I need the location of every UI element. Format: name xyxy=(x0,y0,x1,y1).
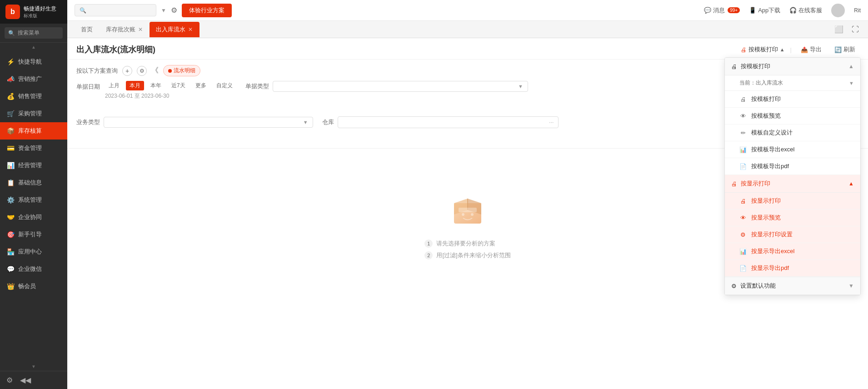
sales-icon: 💰 xyxy=(6,92,15,100)
sidebar-item-guide[interactable]: 🎯 新手引导 xyxy=(0,226,67,243)
sidebar-item-marketing[interactable]: 📣 营销推广 xyxy=(0,70,67,88)
date-opt-more[interactable]: 更多 xyxy=(192,81,210,90)
display-settings-icon: ⚙ xyxy=(739,231,747,238)
print-dropdown-chevron[interactable]: ▲ xyxy=(780,47,785,52)
date-range: 2023-06-01 至 2023-06-30 xyxy=(105,92,236,100)
dropdown-item-template-print[interactable]: 🖨 按模板打印 xyxy=(725,91,860,108)
date-opt-this-month[interactable]: 本月 xyxy=(126,81,144,90)
finance-icon: 💳 xyxy=(6,144,15,152)
message-button[interactable]: 💬 消息 99+ xyxy=(704,6,740,15)
sidebar-item-sales[interactable]: 💰 销售管理 xyxy=(0,88,67,105)
sidebar-bottom: ⚙ ◀◀ xyxy=(0,371,67,389)
doc-type-select[interactable]: ▼ xyxy=(273,81,528,92)
print-template-action: 🖨 按模板打印 ▲ xyxy=(741,45,785,54)
system-icon: ⚙️ xyxy=(6,196,15,204)
tab-inout-flow-close[interactable]: ✕ xyxy=(188,26,193,33)
scroll-down[interactable]: ▼ xyxy=(0,362,67,371)
sidebar-item-finance[interactable]: 💳 资金管理 xyxy=(0,140,67,157)
filter-settings-button[interactable]: ⚙ xyxy=(137,66,147,76)
sidebar-item-app-center[interactable]: 🏪 应用中心 xyxy=(0,243,67,260)
wechat-icon: 💬 xyxy=(6,265,15,273)
topbar: 🔍 ▼ ⚙ 体验行业方案 💬 消息 99+ 📱 App下载 🎧 在线客服 Rit xyxy=(67,0,868,21)
template-customize-icon: ✏ xyxy=(739,129,747,136)
default-settings-section[interactable]: ⚙ 设置默认功能 ▼ xyxy=(725,277,860,295)
sidebar-search-btn[interactable]: 🔍 搜索菜单 xyxy=(5,27,63,39)
tip-num-2: 2 xyxy=(424,251,433,259)
tabbar: 首页 库存批次账 ✕ 出入库流水 ✕ ⬜ ⛶ xyxy=(67,21,868,38)
tab-home[interactable]: 首页 xyxy=(75,22,100,37)
svg-point-5 xyxy=(462,213,464,216)
biz-type-label: 业务类型 xyxy=(76,118,100,126)
industry-solution-button[interactable]: 体验行业方案 xyxy=(182,4,232,17)
logo-text: 畅捷通好生意 标准版 xyxy=(24,5,56,19)
marketing-icon: 📣 xyxy=(6,75,15,83)
page-content-area: 出入库流水(流水明细) 🖨 按模板打印 ▲ | 📤 导出 🔄 刷新 xyxy=(67,38,868,389)
logo-icon: b xyxy=(5,5,20,19)
dropdown-item-template-preview[interactable]: 👁 按模板预览 xyxy=(725,108,860,125)
date-opt-7days[interactable]: 近7天 xyxy=(168,81,189,90)
filter-label: 按以下方案查询 xyxy=(76,67,118,75)
template-print-icon: 🖨 xyxy=(739,95,747,103)
sidebar-item-member[interactable]: 👑 畅会员 xyxy=(0,278,67,295)
topbar-gear-icon[interactable]: ⚙ xyxy=(171,6,177,15)
app-download-button[interactable]: 📱 App下载 xyxy=(749,6,780,15)
tab-restore-icon[interactable]: ⬜ xyxy=(833,24,845,35)
template-pdf-icon: 📄 xyxy=(739,163,747,170)
sidebar-item-inventory[interactable]: 📦 库存核算 xyxy=(0,122,67,140)
avatar[interactable] xyxy=(831,4,845,17)
sidebar-item-quick-nav[interactable]: ⚡ 快捷导航 xyxy=(0,53,67,70)
dropdown-item-display-preview[interactable]: 👁 按显示预览 xyxy=(725,209,860,226)
empty-state-icon xyxy=(445,185,490,230)
doc-type-filter-group: 单据类型 ▼ xyxy=(245,81,528,92)
filter-collapse-button[interactable]: 《 xyxy=(151,66,159,75)
dropdown-item-display-settings[interactable]: ⚙ 按显示打印设置 xyxy=(725,226,860,243)
scroll-up[interactable]: ▲ xyxy=(0,43,67,51)
sidebar-item-operations[interactable]: 📊 经营管理 xyxy=(0,157,67,174)
filter-tag-dot xyxy=(168,69,172,73)
tab-batch-account[interactable]: 库存批次账 ✕ xyxy=(100,22,150,37)
tip-num-1: 1 xyxy=(424,239,433,248)
warehouse-more-icon[interactable]: ··· xyxy=(549,119,554,125)
sidebar-item-enterprise[interactable]: 🤝 企业协同 xyxy=(0,209,67,226)
display-section-chevron: ▲ xyxy=(848,180,854,187)
tab-batch-account-close[interactable]: ✕ xyxy=(138,26,143,33)
date-opt-custom[interactable]: 自定义 xyxy=(213,81,236,90)
dropdown-item-template-pdf[interactable]: 📄 按模板导出pdf xyxy=(725,158,860,175)
dropdown-current-text: 当前：出入库流水 xyxy=(739,79,783,87)
settings-gear-icon[interactable]: ⚙ xyxy=(6,376,13,384)
dropdown-header[interactable]: 🖨 按模板打印 ▲ xyxy=(725,58,860,75)
date-opt-prev-month[interactable]: 上月 xyxy=(105,81,123,90)
online-service-button[interactable]: 🎧 在线客服 xyxy=(789,6,822,15)
print-template-button[interactable]: 按模板打印 xyxy=(748,45,778,54)
tab-inout-flow[interactable]: 出入库流水 ✕ xyxy=(150,22,200,37)
warehouse-select[interactable]: ··· xyxy=(338,116,559,128)
dropdown-item-display-pdf[interactable]: 📄 按显示导出pdf xyxy=(725,260,860,277)
dropdown-item-display-excel[interactable]: 📊 按显示导出excel xyxy=(725,243,860,260)
dropdown-item-template-excel[interactable]: 📊 按模板导出excel xyxy=(725,141,860,158)
dropdown-current[interactable]: 当前：出入库流水 ▼ xyxy=(725,75,860,91)
filter-add-button[interactable]: + xyxy=(122,66,132,76)
refresh-button[interactable]: 🔄 刷新 xyxy=(831,44,859,55)
topbar-dropdown-chevron[interactable]: ▼ xyxy=(161,7,166,14)
printer-icon: 🖨 xyxy=(741,46,747,53)
export-button[interactable]: 📤 导出 xyxy=(797,44,825,55)
username: Rit xyxy=(854,7,861,14)
display-pdf-icon: 📄 xyxy=(739,264,747,272)
date-opt-this-year[interactable]: 本年 xyxy=(147,81,165,90)
dropdown-printer-icon: 🖨 xyxy=(731,63,737,70)
sidebar-item-wechat[interactable]: 💬 企业微信 xyxy=(0,260,67,278)
dropdown-item-template-customize[interactable]: ✏ 模板自定义设计 xyxy=(725,125,860,141)
tab-maximize-icon[interactable]: ⛶ xyxy=(850,25,861,35)
sidebar-item-purchase[interactable]: 🛒 采购管理 xyxy=(0,105,67,122)
filter-tag[interactable]: 流水明细 xyxy=(163,65,200,76)
dropdown-current-chevron: ▼ xyxy=(849,80,854,86)
collapse-sidebar-icon[interactable]: ◀◀ xyxy=(20,376,31,384)
display-section-header[interactable]: 🖨 按显示打印 ▲ xyxy=(725,175,860,193)
member-icon: 👑 xyxy=(6,282,15,290)
sidebar-item-system[interactable]: ⚙️ 系统管理 xyxy=(0,191,67,209)
topbar-search[interactable]: 🔍 xyxy=(75,4,156,16)
template-preview-icon: 👁 xyxy=(739,112,747,120)
sidebar-item-basic-info[interactable]: 📋 基础信息 xyxy=(0,174,67,191)
dropdown-item-display-print[interactable]: 🖨 按显示打印 xyxy=(725,193,860,209)
biz-type-select[interactable]: ▼ xyxy=(104,117,313,128)
